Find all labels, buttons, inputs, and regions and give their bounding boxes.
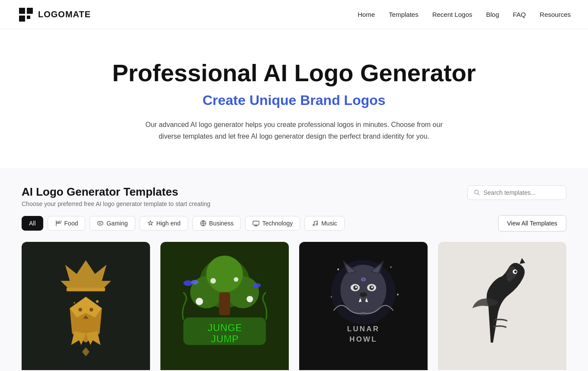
nav-resources[interactable]: Resources (540, 11, 571, 18)
svg-point-24 (85, 298, 86, 300)
logo-card-golden-seal[interactable]: Golden Seal noble (22, 242, 150, 371)
filter-gaming-label: Gaming (106, 220, 128, 227)
templates-section: AI Logo Generator Templates Choose your … (0, 168, 588, 371)
filter-all-label: All (29, 220, 36, 227)
nav-templates[interactable]: Templates (389, 11, 418, 18)
business-icon (200, 220, 207, 227)
templates-title: AI Logo Generator Templates (22, 185, 211, 199)
svg-point-65 (514, 270, 517, 273)
gaming-icon (97, 220, 104, 227)
svg-point-63 (397, 294, 399, 295)
svg-marker-25 (82, 347, 89, 356)
svg-point-54 (362, 278, 364, 280)
svg-rect-10 (253, 221, 259, 225)
svg-point-23 (74, 302, 75, 304)
svg-point-37 (252, 283, 261, 288)
filter-row: All Food Gaming High end (22, 215, 566, 231)
filter-all[interactable]: All (22, 216, 43, 231)
svg-point-66 (507, 278, 511, 281)
hero-title: Professional AI Logo Generator (9, 60, 579, 86)
search-bar[interactable] (467, 185, 566, 200)
nav-faq[interactable]: FAQ (513, 11, 526, 18)
search-icon (474, 189, 480, 196)
svg-point-22 (96, 300, 99, 303)
svg-point-62 (331, 296, 332, 298)
logo-card-image-2: JUNGE JUMP (160, 242, 289, 370)
svg-text:JUNGE: JUNGE (207, 322, 242, 333)
logo-card-image-1 (22, 242, 150, 370)
svg-point-32 (246, 296, 253, 302)
logo-card-metal[interactable]: LUNAR HOWL Metal Logo Generator metal (299, 242, 428, 371)
hero-section: Professional AI Logo Generator Create Un… (0, 29, 588, 168)
hero-subtitle: Create Unique Brand Logos (9, 92, 579, 108)
svg-line-5 (478, 193, 479, 195)
technology-icon (252, 220, 259, 227)
templates-header-left: AI Logo Generator Templates Choose your … (22, 185, 211, 207)
svg-rect-0 (19, 8, 25, 14)
nav-recent-logos[interactable]: Recent Logos (432, 11, 473, 18)
svg-point-11 (313, 224, 315, 226)
logo-card-gaming[interactable]: JUNGE JUMP Gaming Logo Maker cartoon (160, 242, 289, 371)
nav-blog[interactable]: Blog (486, 11, 499, 18)
svg-rect-2 (19, 16, 25, 22)
svg-text:JUMP: JUMP (211, 333, 239, 345)
filter-food[interactable]: Food (48, 216, 86, 231)
filter-business-label: Business (209, 220, 234, 227)
food-icon (55, 220, 62, 227)
logo-card-image-3: LUNAR HOWL (299, 242, 428, 370)
svg-point-34 (234, 277, 239, 282)
music-icon (312, 220, 319, 227)
svg-point-52 (371, 286, 373, 288)
filter-technology-label: Technology (262, 220, 293, 227)
logo-card-gamers-team[interactable]: Gamers Team Logo noble (438, 242, 566, 371)
svg-rect-1 (27, 8, 33, 14)
logo-area[interactable]: LOGOMATE (17, 6, 91, 23)
nav-links: Home Templates Recent Logos Blog FAQ Res… (358, 11, 571, 19)
filter-music-label: Music (321, 220, 337, 227)
search-input[interactable] (483, 189, 560, 196)
svg-point-29 (206, 256, 243, 292)
svg-marker-13 (61, 260, 111, 290)
logo-text: LOGOMATE (38, 10, 91, 19)
svg-point-20 (89, 308, 93, 311)
templates-header: AI Logo Generator Templates Choose your … (22, 185, 566, 207)
nav-home[interactable]: Home (358, 11, 375, 18)
svg-text:LUNAR: LUNAR (347, 325, 380, 333)
filter-highend-label: High end (157, 220, 181, 227)
svg-point-60 (337, 268, 339, 270)
filter-highend[interactable]: High end (140, 216, 188, 231)
svg-point-8 (102, 222, 102, 223)
logo-grid: Golden Seal noble (22, 242, 566, 371)
svg-point-33 (211, 278, 216, 284)
svg-rect-14 (67, 288, 105, 291)
filter-gaming[interactable]: Gaming (89, 216, 135, 231)
filter-business[interactable]: Business (192, 216, 241, 231)
svg-point-19 (79, 308, 82, 311)
svg-rect-3 (27, 16, 30, 19)
svg-point-31 (196, 298, 203, 305)
filter-food-label: Food (64, 220, 78, 227)
svg-rect-30 (219, 292, 230, 315)
svg-point-12 (316, 224, 318, 225)
svg-point-51 (355, 286, 357, 288)
hero-description: Our advanced AI logo generator helps you… (134, 119, 454, 142)
templates-subtitle: Choose your preferred free AI logo gener… (22, 200, 211, 207)
svg-text:HOWL: HOWL (349, 335, 377, 343)
svg-marker-67 (520, 258, 525, 264)
filter-technology[interactable]: Technology (245, 216, 300, 231)
highend-icon (147, 220, 154, 227)
logomate-icon (17, 6, 35, 23)
svg-point-55 (360, 292, 367, 297)
svg-point-35 (183, 280, 192, 286)
filter-music[interactable]: Music (304, 216, 345, 231)
logo-card-image-4 (438, 242, 566, 370)
view-all-button[interactable]: View All Templates (498, 215, 566, 231)
navbar: LOGOMATE Home Templates Recent Logos Blo… (0, 0, 588, 29)
svg-point-36 (191, 280, 198, 285)
svg-point-7 (101, 223, 102, 223)
svg-point-61 (390, 266, 392, 268)
